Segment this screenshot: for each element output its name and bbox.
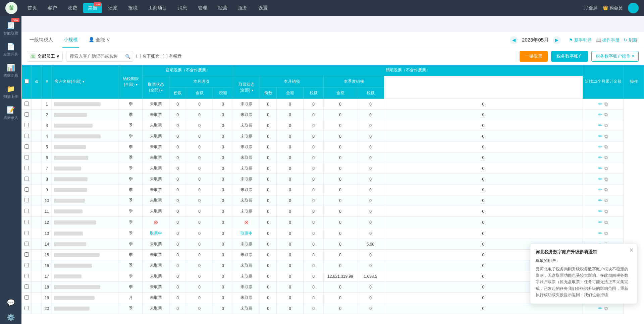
row-season-amount: 0 (324, 120, 357, 131)
edit-button[interactable]: ✏ (598, 231, 602, 236)
row-count-in: 0 (169, 217, 186, 228)
copy-button[interactable]: ⧉ (604, 101, 608, 107)
fullscreen-button[interactable]: ⛶ 全屏 (583, 5, 598, 11)
edit-button[interactable]: ✏ (598, 219, 602, 225)
row-select-checkbox[interactable] (24, 187, 29, 192)
row-select-checkbox[interactable] (24, 295, 29, 300)
copy-button[interactable]: ⧉ (604, 208, 608, 214)
copy-button[interactable]: ⧉ (604, 198, 608, 203)
employee-select[interactable]: 全 全部员工 ∨ (27, 51, 63, 62)
row-select-checkbox[interactable] (24, 306, 29, 310)
copy-button[interactable]: ⧉ (604, 219, 608, 225)
user-avatar[interactable] (628, 3, 639, 13)
sidebar-item-scan-upload[interactable]: 📁 扫描上传 (1, 82, 20, 102)
edit-button[interactable]: ✏ (598, 101, 602, 107)
row-select-checkbox[interactable] (24, 263, 29, 267)
nav-operation[interactable]: 经营 (213, 3, 232, 13)
copy-button[interactable]: ⧉ (604, 112, 608, 118)
edit-button[interactable]: ✏ (598, 198, 602, 203)
row-select-checkbox[interactable] (24, 177, 29, 181)
tab-all-in-one[interactable]: 👤 全能 ∨ (87, 33, 112, 48)
row-select-checkbox[interactable] (24, 166, 29, 170)
nav-ticket[interactable]: 票据 new (83, 3, 102, 13)
search-icon[interactable]: 🔍 (125, 54, 130, 59)
nav-message[interactable]: 消息 (173, 3, 192, 13)
checkbox-has-tax-pad[interactable]: 有税盘 (163, 53, 182, 59)
col-settings-header[interactable]: ⚙ (32, 65, 42, 99)
edit-button[interactable]: ✏ (598, 208, 602, 214)
copy-button[interactable]: ⧉ (604, 133, 608, 139)
row-count-in: 0 (169, 228, 186, 239)
one-key-ticket-button[interactable]: 一键取票 (520, 51, 548, 62)
copy-button[interactable]: ⧉ (604, 176, 608, 182)
row-select-checkbox[interactable] (24, 274, 29, 278)
row-select-checkbox[interactable] (24, 242, 29, 246)
row-season-amount: 0 (324, 131, 357, 142)
row-select-checkbox[interactable] (24, 198, 29, 202)
edit-button[interactable]: ✏ (598, 133, 602, 139)
checkbox-my-accounts[interactable]: 名下账套 (137, 53, 160, 59)
col-client-name-header[interactable]: 客户名称(全部) ▾ (52, 65, 119, 99)
row-select-checkbox[interactable] (24, 134, 29, 138)
col-out-ticket-status-header[interactable]: 取票状态(全部) ▾ (233, 76, 260, 99)
copy-button[interactable]: ⧉ (604, 306, 608, 311)
sidebar-item-ticket-entry[interactable]: 📝 票据录入 (1, 103, 20, 123)
tab-general-taxpayer[interactable]: 一般纳税人 (28, 33, 54, 48)
row-select-checkbox[interactable] (24, 209, 29, 213)
nav-accounting[interactable]: 记账 (103, 3, 122, 13)
nav-billing[interactable]: 收费 (63, 3, 82, 13)
checkbox-my-accounts-input[interactable] (137, 54, 141, 58)
edit-button[interactable]: ✏ (598, 112, 602, 118)
ticket-summary-icon: 📊 (7, 64, 15, 72)
sidebar-item-invoice-open[interactable]: 📄 发票开具 (1, 40, 20, 60)
select-all-checkbox[interactable] (24, 79, 29, 83)
nav-tax[interactable]: 报税 (123, 3, 142, 13)
nav-manage[interactable]: 管理 (193, 3, 212, 13)
refresh-button[interactable]: ↻ 刷新 (624, 37, 637, 43)
copy-button[interactable]: ⧉ (604, 144, 608, 150)
nav-client[interactable]: 客户 (43, 3, 62, 13)
copy-button[interactable]: ⧉ (604, 123, 608, 128)
checkbox-has-tax-pad-input[interactable] (163, 54, 167, 58)
row-select-checkbox[interactable] (24, 123, 29, 127)
member-button[interactable]: 👑 购会员 (603, 5, 623, 11)
copy-button[interactable]: ⧉ (604, 231, 608, 236)
edit-button[interactable]: ✏ (598, 176, 602, 182)
edit-button[interactable]: ✏ (598, 144, 602, 150)
col-tax-period-header[interactable]: 纳税期限(全部) ▾ (119, 65, 143, 99)
row-select-checkbox[interactable] (24, 102, 29, 106)
operation-manual-button[interactable]: 📖 操作手册 (596, 37, 620, 43)
date-next-button[interactable]: ▶ (553, 36, 561, 44)
tax-digital-account-button[interactable]: 税务数字账户 (551, 51, 588, 62)
edit-button[interactable]: ✏ (598, 166, 602, 171)
copy-button[interactable]: ⧉ (604, 166, 608, 171)
row-select-checkbox[interactable] (24, 155, 29, 159)
nav-service[interactable]: 服务 (233, 3, 252, 13)
edit-button[interactable]: ✏ (598, 123, 602, 128)
sidebar-item-gear[interactable]: ⚙️ (1, 311, 20, 324)
edit-button[interactable]: ✏ (598, 306, 602, 311)
row-select-checkbox[interactable] (24, 231, 29, 235)
row-select-checkbox[interactable] (24, 252, 29, 257)
row-select-checkbox[interactable] (24, 284, 29, 289)
sidebar-item-ticket-summary[interactable]: 📊 票据汇总 (1, 61, 20, 81)
edit-button[interactable]: ✏ (598, 187, 602, 193)
nav-home[interactable]: 首页 (23, 3, 42, 13)
date-prev-button[interactable]: ◀ (510, 36, 518, 44)
copy-button[interactable]: ⧉ (604, 155, 608, 160)
tab-small-scale[interactable]: 小规模 (62, 33, 79, 48)
search-input[interactable] (66, 51, 133, 62)
row-select-checkbox[interactable] (24, 112, 29, 117)
edit-button[interactable]: ✏ (598, 155, 602, 160)
nav-settings[interactable]: 设置 (254, 3, 272, 13)
new-guide-button[interactable]: ⚑ 新手引导 (569, 37, 592, 43)
nav-business[interactable]: 工商项目 (144, 3, 172, 13)
sidebar-item-chat[interactable]: 💬 (1, 296, 20, 309)
row-select-checkbox[interactable] (24, 220, 29, 224)
col-in-ticket-status-header[interactable]: 取票状态(全部) ▾ (143, 76, 169, 99)
col-out-tax-header: 税额 (304, 87, 324, 99)
notification-close-button[interactable]: ✕ (629, 247, 634, 253)
copy-button[interactable]: ⧉ (604, 187, 608, 193)
row-select-checkbox[interactable] (24, 144, 29, 149)
tax-digital-account-ops-button[interactable]: 税务数字账户操作 ▾ (591, 51, 639, 62)
